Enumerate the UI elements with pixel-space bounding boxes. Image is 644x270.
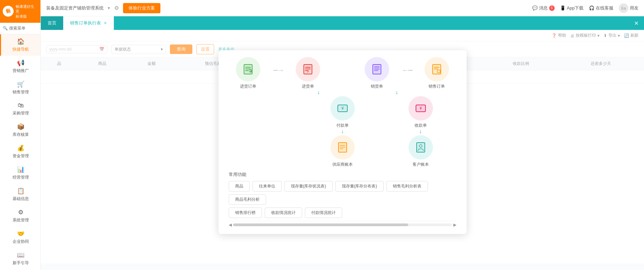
payment-bill-label: 付款单 — [336, 123, 349, 128]
scrollbar-track[interactable] — [233, 223, 452, 226]
sidebar-item-label: 经营管理 — [13, 175, 29, 180]
tab-sales-order-exec[interactable]: 销售订单执行表 ✕ — [63, 16, 114, 30]
tab-home[interactable]: 首页 — [41, 16, 63, 30]
logo-text: 畅康通好生意 标准版 — [16, 4, 38, 19]
sidebar-item-basic[interactable]: 📋 基础信息 — [0, 184, 40, 205]
avatar: Ea — [619, 3, 628, 13]
gear-icon[interactable]: ⚙ — [114, 5, 119, 11]
app-download-btn[interactable]: 📱 App下载 — [560, 5, 584, 11]
sidebar-item-system[interactable]: ⚙ 系统管理 — [0, 205, 40, 227]
message-badge: 6 — [549, 5, 555, 11]
sidebar-item-label: 采购管理 — [13, 110, 29, 116]
logo-icon: 畅 — [3, 6, 14, 17]
content-area: ❓ 帮助 🖨 按模板打印 ▾ ⬆ 导出 ▾ 🔄 刷新 — [41, 30, 644, 270]
btn-current-stock-dist[interactable]: 现存量(库存分布表) — [335, 181, 384, 192]
purchase-order-node[interactable]: 进货订单 — [229, 57, 268, 89]
sidebar-item-label: 库存核算 — [13, 132, 29, 138]
purchase-bill-node[interactable]: ✔ 进货单 — [289, 57, 328, 89]
purchase-order-label: 进货订单 — [240, 84, 256, 89]
sidebar-item-operation[interactable]: 📊 经营管理 — [0, 162, 40, 184]
receipt-bill-icon: ¥ — [408, 96, 433, 121]
scroll-arrows: ◀ ▶ — [229, 222, 456, 227]
btn-receipt-stats[interactable]: 收款情况统计 — [265, 208, 302, 218]
close-all-tabs-icon[interactable]: ✕ — [634, 20, 639, 26]
sidebar-item-finance[interactable]: 💰 资金管理 — [0, 141, 40, 162]
sidebar-item-label: 系统管理 — [13, 217, 29, 223]
search-menu[interactable]: 🔍 搜索菜单 — [0, 23, 40, 34]
tab-sales-order-exec-label: 销售订单执行表 — [70, 20, 101, 26]
purchase-bill-label: 进货单 — [302, 84, 314, 89]
supplier-ledger-icon — [330, 135, 355, 160]
tab-home-label: 首页 — [48, 20, 56, 26]
message-btn[interactable]: 💬 消息 6 — [532, 5, 555, 11]
system-dropdown-icon[interactable]: ▾ — [108, 5, 110, 11]
sidebar-item-collab[interactable]: 🤝 企业协同 — [0, 227, 40, 248]
basic-icon: 📋 — [17, 187, 24, 195]
scroll-right-arrow[interactable]: ▶ — [453, 222, 456, 227]
system-icon: ⚙ — [18, 209, 23, 216]
sidebar-item-label: 营销推广 — [13, 68, 29, 74]
online-service-label: 在线客服 — [596, 5, 613, 11]
sale-bill-icon — [365, 57, 389, 82]
sale-order-node[interactable]: 销售订单 — [417, 57, 456, 89]
guide-icon: 📖 — [17, 251, 24, 259]
sidebar: 畅 畅康通好生意 标准版 🔍 搜索菜单 🏠 快捷导航 📢 营销推广 🛒 销售管理 — [0, 0, 41, 270]
svg-text:¥: ¥ — [419, 106, 422, 111]
sidebar-nav: 🏠 快捷导航 📢 营销推广 🛒 销售管理 🛍 采购管理 📦 库存核算 💰 — [0, 34, 40, 270]
btn-sales-margin-analysis[interactable]: 销售毛利分析表 — [386, 181, 428, 192]
receipt-bill-label: 收款单 — [415, 123, 427, 128]
sidebar-item-purchase[interactable]: 🛍 采购管理 — [0, 98, 40, 120]
sidebar-item-label: 资金管理 — [13, 153, 29, 159]
scroll-left-arrow[interactable]: ◀ — [229, 222, 232, 227]
online-service-btn[interactable]: 🎧 在线客服 — [589, 5, 613, 11]
purchase-order-icon — [236, 57, 260, 82]
scrollbar-thumb — [233, 223, 408, 226]
sidebar-item-marketing[interactable]: 📢 营销推广 — [0, 56, 40, 77]
sidebar-item-label: 新手引导 — [13, 260, 29, 266]
collab-icon: 🤝 — [17, 230, 24, 237]
purchase-icon: 🛍 — [18, 102, 24, 109]
btn-payment-stats[interactable]: 付款情况统计 — [305, 208, 342, 218]
svg-text:✔: ✔ — [307, 70, 309, 73]
sidebar-item-sales[interactable]: 🛒 销售管理 — [0, 77, 40, 98]
payment-bill-icon: ¥ — [330, 96, 355, 121]
sale-bill-node[interactable]: 销货单 — [358, 57, 397, 89]
search-icon: 🔍 — [3, 26, 8, 31]
sidebar-item-inventory[interactable]: 📦 库存核算 — [0, 120, 40, 141]
sidebar-logo: 畅 畅康通好生意 标准版 — [0, 0, 40, 23]
main-content: 装备及固定资产辅助管理系统 ▾ ⚙ 体验行业方案 💬 消息 6 📱 App下载 … — [41, 0, 644, 270]
payment-bill-node[interactable]: ¥ 付款单 — [320, 96, 365, 128]
quick-nav-icon: 🏠 — [17, 38, 24, 45]
btn-product-margin[interactable]: 商品毛利分析 — [229, 194, 266, 205]
common-buttons-row1: 商品 往来单位 现存量(库存状况表) 现存量(库存分布表) 销售毛利分析表 商品… — [229, 181, 456, 205]
user-menu[interactable]: Ea 用友 — [619, 3, 639, 13]
common-buttons-row2: 销售排行榜 收款情况统计 付款情况统计 — [229, 208, 456, 218]
supplier-ledger-label: 供应商账本 — [332, 162, 353, 167]
btn-sales-ranking[interactable]: 销售排行榜 — [229, 208, 262, 218]
experience-btn[interactable]: 体验行业方案 — [123, 3, 160, 13]
flow-modal: 进货订单 - - - → ✔ 进货单 — [219, 50, 467, 234]
sales-icon: 🛒 — [17, 80, 24, 88]
sidebar-item-quick-nav[interactable]: 🏠 快捷导航 — [0, 34, 40, 56]
svg-rect-28 — [338, 143, 347, 152]
topbar: 装备及固定资产辅助管理系统 ▾ ⚙ 体验行业方案 💬 消息 6 📱 App下载 … — [41, 0, 644, 16]
tabbar: 首页 销售订单执行表 ✕ ✕ — [41, 16, 644, 30]
tab-close-icon[interactable]: ✕ — [104, 21, 107, 25]
btn-product[interactable]: 商品 — [229, 181, 250, 192]
message-label: 消息 — [539, 5, 548, 11]
sidebar-item-label: 销售管理 — [13, 89, 29, 95]
sidebar-item-label: 企业协同 — [13, 239, 29, 245]
btn-current-stock-status[interactable]: 现存量(库存状况表) — [284, 181, 333, 192]
customer-ledger-node[interactable]: 客户账本 — [399, 135, 443, 167]
receipt-bill-node[interactable]: ¥ 收款单 — [399, 96, 443, 128]
finance-icon: 💰 — [17, 144, 24, 152]
common-functions-title: 常用功能 — [229, 172, 456, 178]
sidebar-item-label: 基础信息 — [13, 196, 29, 202]
sidebar-item-guide[interactable]: 📖 新手引导 — [0, 248, 40, 269]
marketing-icon: 📢 — [17, 59, 24, 67]
sale-order-icon — [424, 57, 449, 82]
app-icon: 📱 — [560, 5, 565, 11]
supplier-ledger-node[interactable]: 供应商账本 — [320, 135, 365, 167]
operation-icon: 📊 — [17, 166, 24, 173]
btn-counterparty[interactable]: 往来单位 — [253, 181, 282, 192]
